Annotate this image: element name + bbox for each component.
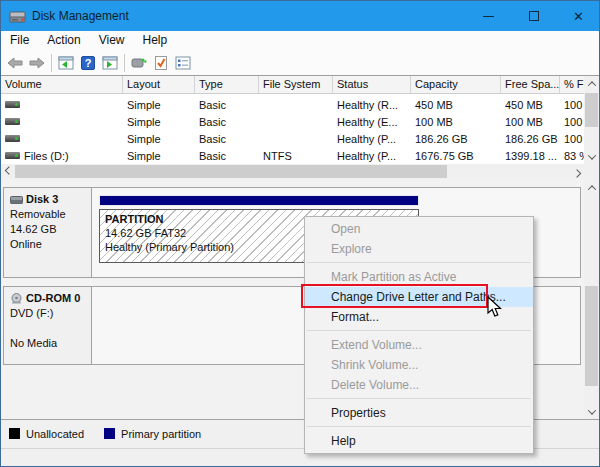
console-tree-icon — [58, 55, 74, 71]
scroll-left-button[interactable] — [1, 164, 16, 179]
scrollbar-thumb[interactable] — [585, 286, 598, 386]
menu-item-extend-volume[interactable]: Extend Volume... — [305, 335, 533, 355]
cell-file-system — [259, 112, 333, 129]
partition-context-menu: Open Explore Mark Partition as Active Ch… — [304, 216, 534, 454]
cell-status: Healthy (P... — [333, 129, 411, 146]
column-capacity[interactable]: Capacity — [411, 76, 501, 94]
column-free-space[interactable]: Free Spa... — [501, 76, 560, 94]
maximize-button[interactable] — [511, 1, 556, 31]
column-file-system[interactable]: File System — [259, 76, 333, 94]
menu-item-open[interactable]: Open — [305, 219, 533, 239]
cdrom-header[interactable]: CD-ROM 0 DVD (F:) No Media — [4, 287, 92, 364]
cell-pct-free: 100 — [560, 95, 584, 112]
disk3-header[interactable]: Disk 3 Removable 14.62 GB Online — [4, 188, 92, 277]
column-status[interactable]: Status — [333, 76, 411, 94]
column-pct-free[interactable]: % F — [560, 76, 584, 94]
cell-type: Basic — [195, 95, 259, 112]
menu-item-help[interactable]: Help — [305, 431, 533, 451]
popup-icon — [131, 55, 147, 71]
properties-toolbar-button[interactable] — [172, 52, 194, 74]
partition-color-band — [99, 195, 419, 206]
close-button[interactable]: ✕ — [556, 1, 600, 31]
cell-layout: Simple — [123, 146, 195, 163]
properties-icon — [175, 55, 191, 71]
cdrom-name: CD-ROM 0 — [26, 291, 80, 306]
cell-pct-free: 100 — [560, 112, 584, 129]
menu-separator — [305, 423, 533, 431]
column-type[interactable]: Type — [195, 76, 259, 94]
disk3-name: Disk 3 — [26, 192, 58, 207]
cell-pct-free: 83 % — [560, 146, 584, 163]
menu-help[interactable]: Help — [134, 31, 177, 50]
volume-list-pane: Volume Layout Type File System Status Ca… — [1, 76, 599, 164]
help-button[interactable]: ? — [77, 52, 99, 74]
help-icon: ? — [80, 55, 96, 71]
toolbar: ? — [1, 50, 599, 76]
cell-capacity: 186.26 GB — [411, 129, 501, 146]
toolbar-separator — [51, 54, 52, 72]
primary-partition-swatch — [104, 428, 115, 439]
back-button[interactable] — [4, 52, 26, 74]
window-title: Disk Management — [32, 9, 129, 23]
forward-icon — [29, 55, 45, 71]
disk-icon — [10, 196, 23, 204]
table-horizontal-scrollbar[interactable] — [1, 164, 584, 179]
check-button[interactable] — [150, 52, 172, 74]
action-pane-icon — [102, 55, 118, 71]
table-row[interactable]: Files (D:) Simple Basic NTFS Healthy (P.… — [1, 146, 584, 163]
menu-file[interactable]: File — [1, 31, 38, 50]
cell-layout: Simple — [123, 129, 195, 146]
cell-free-space: 450 MB — [501, 95, 560, 112]
menu-item-shrink-volume[interactable]: Shrink Volume... — [305, 355, 533, 375]
table-row[interactable]: Simple Basic Healthy (R... 450 MB 450 MB… — [1, 95, 584, 112]
chevron-down-icon — [587, 151, 595, 159]
cell-capacity: 1676.75 GB — [411, 146, 501, 163]
cell-capacity: 450 MB — [411, 95, 501, 112]
menu-item-explore[interactable]: Explore — [305, 239, 533, 259]
menu-item-delete-volume[interactable]: Delete Volume... — [305, 375, 533, 395]
chevron-down-icon — [587, 406, 595, 414]
annotation-highlight-box — [301, 284, 488, 308]
forward-button[interactable] — [26, 52, 48, 74]
column-layout[interactable]: Layout — [123, 76, 195, 94]
table-vertical-scrollbar[interactable] — [584, 76, 599, 164]
pane-vertical-scrollbar[interactable] — [584, 180, 599, 419]
cell-type: Basic — [195, 146, 259, 163]
scroll-up-button[interactable] — [584, 76, 599, 91]
scroll-right-button[interactable] — [569, 164, 584, 179]
scroll-down-button[interactable] — [584, 149, 599, 164]
legend-primary-label: Primary partition — [121, 428, 201, 440]
back-icon — [7, 55, 23, 71]
legend-unallocated: Unallocated — [9, 428, 84, 440]
menu-view[interactable]: View — [90, 31, 134, 50]
table-row[interactable]: Simple Basic Healthy (E... 100 MB 100 MB… — [1, 112, 584, 129]
volume-icon — [5, 152, 20, 159]
chevron-right-icon — [572, 169, 580, 177]
app-icon — [9, 9, 26, 24]
minimize-button[interactable] — [466, 1, 511, 31]
chevron-up-icon — [587, 81, 595, 89]
column-volume[interactable]: Volume — [1, 76, 123, 94]
disk3-media: Removable — [10, 207, 87, 222]
table-row[interactable]: Simple Basic Healthy (P... 186.26 GB 186… — [1, 129, 584, 146]
console-tree-button[interactable] — [55, 52, 77, 74]
popup-button[interactable] — [128, 52, 150, 74]
menu-action[interactable]: Action — [38, 31, 89, 50]
scroll-down-button[interactable] — [584, 404, 599, 419]
cell-free-space: 186.26 GB — [501, 129, 560, 146]
scrollbar-thumb[interactable] — [15, 165, 447, 178]
action-pane-button[interactable] — [99, 52, 121, 74]
cdrom-media: No Media — [10, 336, 87, 351]
svg-text:?: ? — [85, 57, 92, 69]
menu-item-properties[interactable]: Properties — [305, 403, 533, 423]
cell-free-space: 100 MB — [501, 112, 560, 129]
cell-type: Basic — [195, 129, 259, 146]
legend-primary-partition: Primary partition — [104, 428, 201, 440]
mouse-cursor-icon — [487, 296, 502, 318]
cell-pct-free: 100 — [560, 129, 584, 146]
title-bar: Disk Management ✕ — [1, 1, 600, 31]
legend-unallocated-label: Unallocated — [26, 428, 84, 440]
scrollbar-thumb[interactable] — [585, 93, 598, 127]
scroll-up-button[interactable] — [584, 180, 599, 195]
cell-layout: Simple — [123, 95, 195, 112]
